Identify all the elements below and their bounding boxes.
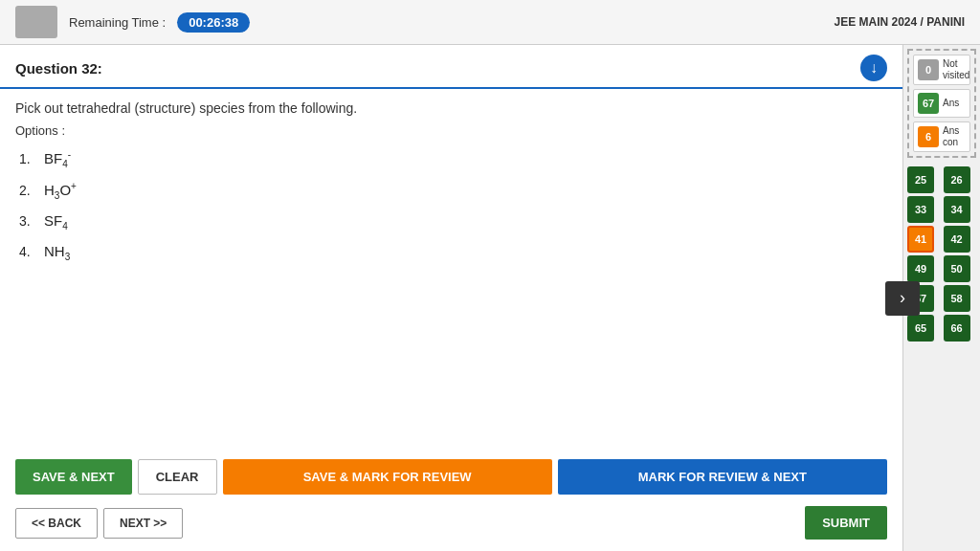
question-header: Question 32: ↓ bbox=[0, 45, 902, 89]
action-row: SAVE & NEXT CLEAR SAVE & MARK FOR REVIEW… bbox=[0, 450, 902, 500]
question-panel: Question 32: ↓ Pick out tetrahedral (str… bbox=[0, 45, 903, 551]
option-number: 4. bbox=[19, 244, 38, 259]
list-item[interactable]: 1. BF4- bbox=[19, 143, 887, 175]
back-button[interactable]: << BACK bbox=[15, 508, 98, 539]
remaining-label: Remaining Time : bbox=[69, 15, 166, 30]
list-item[interactable]: 3. SF4 bbox=[19, 207, 887, 237]
exam-info: JEE MAIN 2024 / PANINI bbox=[835, 15, 966, 29]
question-text: Pick out tetrahedral (structure) species… bbox=[15, 100, 887, 116]
save-mark-review-button[interactable]: SAVE & MARK FOR REVIEW bbox=[223, 459, 552, 495]
mark-review-next-button[interactable]: MARK FOR REVIEW & NEXT bbox=[558, 459, 887, 495]
answered-badge: 67 bbox=[918, 93, 939, 114]
next-arrow-button[interactable]: › bbox=[885, 281, 920, 316]
option-text: BF4- bbox=[44, 149, 71, 169]
options-list: 1. BF4- 2. H3O+ 3. SF4 4. NH3 bbox=[19, 143, 887, 268]
list-item[interactable]: 4. NH3 bbox=[19, 237, 887, 268]
not-visited-label: Not visited bbox=[943, 58, 969, 81]
question-number-cell[interactable]: 50 bbox=[944, 255, 970, 282]
question-number-cell[interactable]: 41 bbox=[907, 226, 934, 253]
nav-row: << BACK NEXT >> SUBMIT bbox=[0, 500, 902, 551]
option-text: H3O+ bbox=[44, 181, 77, 201]
option-number: 3. bbox=[19, 213, 38, 229]
download-button[interactable]: ↓ bbox=[860, 55, 887, 81]
marked-badge: 6 bbox=[918, 126, 939, 147]
option-number: 2. bbox=[19, 183, 38, 198]
not-visited-badge: 0 bbox=[918, 59, 939, 80]
answered-label: Ans bbox=[943, 98, 959, 109]
question-number-cell[interactable]: 49 bbox=[907, 255, 934, 282]
question-number-cell[interactable]: 25 bbox=[907, 166, 934, 193]
option-text: NH3 bbox=[44, 243, 70, 262]
question-body: Pick out tetrahedral (structure) species… bbox=[0, 89, 902, 274]
option-number: 1. bbox=[19, 151, 38, 166]
question-number-cell[interactable]: 65 bbox=[907, 315, 934, 342]
clear-button[interactable]: CLEAR bbox=[138, 459, 217, 495]
sidebar-legend: 0 Not visited 67 Ans 6 Ans con bbox=[907, 49, 976, 158]
next-button[interactable]: NEXT >> bbox=[103, 508, 183, 539]
question-number-cell[interactable]: 34 bbox=[944, 196, 970, 223]
list-item[interactable]: 2. H3O+ bbox=[19, 175, 887, 207]
top-bar: Remaining Time : 00:26:38 JEE MAIN 2024 … bbox=[0, 0, 980, 45]
question-number-cell[interactable]: 26 bbox=[944, 166, 970, 193]
marked-label: Ans con bbox=[943, 125, 966, 148]
timer-display: 00:26:38 bbox=[177, 12, 250, 33]
answered-section: 67 Ans bbox=[913, 89, 970, 118]
marked-section: 6 Ans con bbox=[913, 121, 970, 152]
main-area: Question 32: ↓ Pick out tetrahedral (str… bbox=[0, 45, 980, 551]
option-text: SF4 bbox=[44, 212, 68, 231]
submit-button[interactable]: SUBMIT bbox=[805, 506, 887, 540]
question-number-cell[interactable]: 33 bbox=[907, 196, 934, 223]
options-label: Options : bbox=[15, 123, 887, 138]
question-number-grid: 252633344142495057586566 bbox=[907, 166, 976, 342]
question-number-cell[interactable]: 58 bbox=[944, 285, 970, 312]
question-number: Question 32: bbox=[15, 60, 102, 77]
not-visited-section: 0 Not visited bbox=[913, 55, 970, 85]
avatar bbox=[15, 6, 57, 38]
save-next-button[interactable]: SAVE & NEXT bbox=[15, 459, 132, 495]
question-number-cell[interactable]: 42 bbox=[944, 226, 970, 253]
question-number-cell[interactable]: 66 bbox=[944, 315, 970, 342]
